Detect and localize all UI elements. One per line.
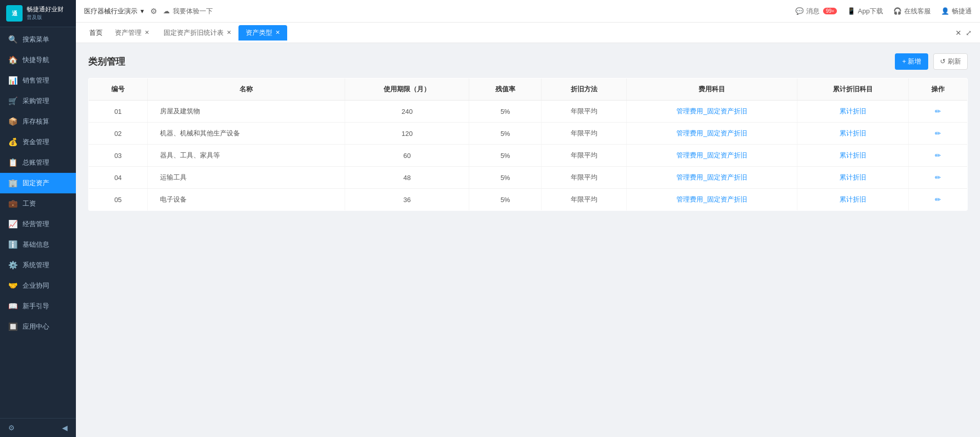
- cell-3-accum: 累计折旧: [797, 167, 908, 189]
- sidebar-label-cooperation: 企业协同: [23, 281, 49, 290]
- cell-2-accum: 累计折旧: [797, 145, 908, 167]
- settings-icon[interactable]: ⚙: [8, 424, 15, 432]
- edit-icon-1[interactable]: ✏: [935, 129, 941, 137]
- sidebar: 通 畅捷通好业财 普及版 🔍搜索菜单🏠快捷导航📊销售管理🛒采购管理📦库存核算💰资…: [0, 0, 76, 437]
- cell-0-method: 年限平均: [542, 101, 627, 123]
- sidebar-item-base-info[interactable]: ℹ️基础信息: [0, 234, 76, 255]
- sidebar-item-guide[interactable]: 📖新手引导: [0, 296, 76, 316]
- cell-0-number: 01: [89, 101, 148, 123]
- cell-4-method: 年限平均: [542, 189, 627, 211]
- sidebar-item-purchase[interactable]: 🛒采购管理: [0, 91, 76, 111]
- edit-icon-4[interactable]: ✏: [935, 195, 941, 204]
- cell-3-name: 运输工具: [148, 167, 345, 189]
- col-header-0: 编号: [89, 78, 148, 101]
- tab-asset-mgmt[interactable]: 资产管理✕: [108, 25, 156, 41]
- cell-4-accum: 累计折旧: [797, 189, 908, 211]
- topbar-user[interactable]: 👤畅捷通: [941, 7, 972, 16]
- tab-depreciation-report[interactable]: 固定资产折旧统计表✕: [156, 25, 238, 41]
- sidebar-item-app-center[interactable]: 🔲应用中心: [0, 316, 76, 337]
- main-area: 医疗器械行业演示 ▾ ⚙ ☁ 我要体验一下 💬消息99+📱App下载🎧在线客服👤…: [76, 0, 980, 437]
- tab-label-home: 首页: [89, 28, 103, 37]
- sidebar-item-system[interactable]: ⚙️系统管理: [0, 255, 76, 275]
- cell-3-expense: 管理费用_固定资产折旧: [627, 167, 797, 189]
- cell-0-rate: 5%: [469, 101, 542, 123]
- inventory-icon: 📦: [8, 117, 17, 126]
- payroll-icon: 💼: [8, 199, 17, 208]
- maximize-window-icon[interactable]: ⤢: [966, 29, 972, 37]
- refresh-button[interactable]: ↺ 刷新: [933, 53, 968, 70]
- page-actions: + 新增 ↺ 刷新: [895, 53, 968, 70]
- sidebar-item-inventory[interactable]: 📦库存核算: [0, 111, 76, 132]
- sales-icon: 📊: [8, 76, 17, 85]
- sidebar-item-capital[interactable]: 💰资金管理: [0, 132, 76, 152]
- sidebar-label-payroll: 工资: [23, 199, 36, 208]
- sidebar-label-operations: 经营管理: [23, 220, 49, 229]
- new-button[interactable]: + 新增: [895, 53, 928, 70]
- sidebar-item-payroll[interactable]: 💼工资: [0, 193, 76, 214]
- sidebar-item-operations[interactable]: 📈经营管理: [0, 214, 76, 234]
- col-header-2: 使用期限（月）: [345, 78, 469, 101]
- trial-button[interactable]: ☁ 我要体验一下: [163, 7, 213, 16]
- col-header-5: 费用科目: [627, 78, 797, 101]
- cell-4-action[interactable]: ✏: [908, 189, 967, 211]
- tab-label-asset-type: 资产类型: [246, 28, 272, 37]
- cell-1-action[interactable]: ✏: [908, 123, 967, 145]
- cell-4-number: 05: [89, 189, 148, 211]
- app-download-label: App下载: [858, 7, 883, 16]
- page-title: 类别管理: [88, 55, 125, 68]
- cell-1-number: 02: [89, 123, 148, 145]
- close-window-icon[interactable]: ✕: [955, 29, 962, 37]
- cell-2-action[interactable]: ✏: [908, 145, 967, 167]
- cell-2-period: 60: [345, 145, 469, 167]
- company-name: 医疗器械行业演示: [84, 7, 137, 16]
- collapse-icon[interactable]: ◀: [62, 424, 68, 432]
- cell-0-period: 240: [345, 101, 469, 123]
- company-selector[interactable]: 医疗器械行业演示 ▾: [84, 7, 144, 16]
- close-tab-depreciation-report[interactable]: ✕: [227, 29, 231, 36]
- trial-label: 我要体验一下: [173, 7, 213, 16]
- cell-4-period: 36: [345, 189, 469, 211]
- sidebar-brand: 畅捷通好业财 普及版: [27, 6, 64, 21]
- edit-icon-3[interactable]: ✏: [935, 173, 941, 182]
- sidebar-item-quick-nav[interactable]: 🏠快捷导航: [0, 50, 76, 70]
- edit-icon-2[interactable]: ✏: [935, 151, 941, 160]
- system-icon: ⚙️: [8, 261, 17, 270]
- topbar-settings-icon[interactable]: ⚙: [150, 7, 157, 16]
- window-controls: ✕ ⤢: [955, 29, 972, 37]
- col-header-1: 名称: [148, 78, 345, 101]
- topbar-messages[interactable]: 💬消息99+: [795, 7, 836, 16]
- cell-2-name: 器具、工具、家具等: [148, 145, 345, 167]
- app-download-icon: 📱: [847, 7, 855, 15]
- tab-home[interactable]: 首页: [84, 25, 108, 41]
- col-header-7: 操作: [908, 78, 967, 101]
- close-tab-asset-type[interactable]: ✕: [275, 29, 280, 36]
- sidebar-label-app-center: 应用中心: [23, 322, 49, 331]
- cell-1-accum: 累计折旧: [797, 123, 908, 145]
- cell-2-expense: 管理费用_固定资产折旧: [627, 145, 797, 167]
- cell-3-action[interactable]: ✏: [908, 167, 967, 189]
- asset-type-table: 编号名称使用期限（月）残值率折旧方法费用科目累计折旧科目操作 01房屋及建筑物2…: [88, 78, 968, 211]
- sidebar-item-fixed-assets[interactable]: 🏢固定资产: [0, 173, 76, 193]
- edit-icon-0[interactable]: ✏: [935, 107, 941, 115]
- sidebar-item-cooperation[interactable]: 🤝企业协同: [0, 275, 76, 296]
- close-tab-asset-mgmt[interactable]: ✕: [145, 29, 149, 36]
- sidebar-item-ledger[interactable]: 📋总账管理: [0, 152, 76, 173]
- search-icon: 🔍: [8, 35, 17, 44]
- topbar-app-download[interactable]: 📱App下载: [847, 7, 883, 16]
- sidebar-label-system: 系统管理: [23, 261, 49, 270]
- sidebar-item-sales[interactable]: 📊销售管理: [0, 70, 76, 91]
- capital-icon: 💰: [8, 137, 17, 147]
- base-info-icon: ℹ️: [8, 240, 17, 249]
- topbar-online-service[interactable]: 🎧在线客服: [893, 7, 931, 16]
- col-header-4: 折旧方法: [542, 78, 627, 101]
- table-row: 03器具、工具、家具等605%年限平均管理费用_固定资产折旧累计折旧✏: [89, 145, 968, 167]
- sidebar-label-inventory: 库存核算: [23, 117, 49, 126]
- sidebar-label-guide: 新手引导: [23, 302, 49, 311]
- table-row: 01房屋及建筑物2405%年限平均管理费用_固定资产折旧累计折旧✏: [89, 101, 968, 123]
- online-service-icon: 🎧: [893, 7, 902, 15]
- sidebar-item-search[interactable]: 🔍搜索菜单: [0, 29, 76, 50]
- tab-asset-type[interactable]: 资产类型✕: [238, 25, 287, 41]
- cell-0-action[interactable]: ✏: [908, 101, 967, 123]
- sidebar-title: 畅捷通好业财: [27, 6, 64, 14]
- ledger-icon: 📋: [8, 158, 17, 167]
